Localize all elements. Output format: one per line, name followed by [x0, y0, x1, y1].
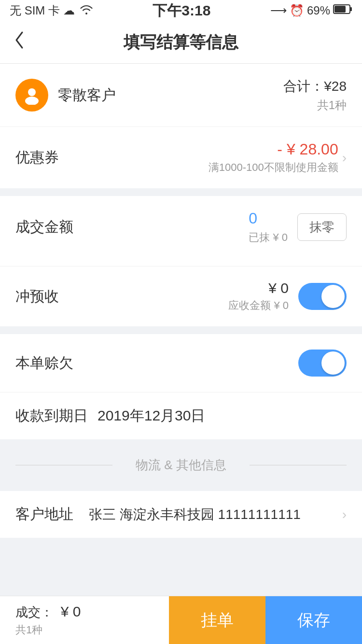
customer-name: 零散客户 — [58, 85, 116, 105]
svg-point-4 — [25, 97, 39, 105]
address-row[interactable]: 客户地址 张三 海淀永丰科技园 11111111111 › — [0, 491, 362, 538]
toggle-knob — [321, 285, 345, 308]
address-section: 客户地址 张三 海淀永丰科技园 11111111111 › — [0, 491, 362, 538]
avatar — [15, 79, 48, 112]
coupon-desc: 满1000-100不限制使用金额 — [209, 160, 338, 175]
customer-right: 合计：¥28 共1种 — [283, 77, 347, 113]
coupon-info: - ¥ 28.00 满1000-100不限制使用金额 — [209, 140, 338, 175]
total-amount: 合计：¥28 — [283, 77, 347, 96]
logistics-divider: 物流 & 其他信息 — [0, 447, 362, 483]
bottom-deal-amount: ¥ 0 — [61, 603, 81, 619]
precollect-row: 冲预收 ¥ 0 应收金额 ¥ 0 — [0, 266, 362, 326]
back-button[interactable] — [14, 30, 25, 54]
svg-rect-2 — [334, 6, 346, 13]
customer-section: 零散客户 合计：¥28 共1种 优惠券 - ¥ 28.00 满1000-100不… — [0, 64, 362, 188]
debt-label: 本单赊欠 — [15, 353, 73, 373]
status-left: 无 SIM 卡 ☁ — [10, 3, 93, 18]
coupon-row[interactable]: 优惠券 - ¥ 28.00 满1000-100不限制使用金额 › — [0, 126, 362, 188]
deal-sub: 已抹 ¥ 0 — [249, 230, 288, 245]
deal-right: 0 已抹 ¥ 0 抹零 — [249, 210, 347, 245]
customer-left: 零散客户 — [15, 79, 116, 112]
save-button[interactable]: 保存 — [265, 596, 362, 644]
deal-amount-row: 成交金额 0 已抹 ¥ 0 抹零 — [15, 196, 347, 258]
divider-right — [250, 465, 347, 465]
due-date-label: 收款到期日 — [15, 406, 88, 426]
coupon-right: - ¥ 28.00 满1000-100不限制使用金额 › — [209, 140, 347, 175]
svg-rect-1 — [350, 7, 352, 11]
deal-value: 0 — [249, 210, 288, 227]
precollect-label: 冲预收 — [15, 287, 59, 307]
nav-bar: 填写结算等信息 — [0, 21, 362, 64]
customer-row: 零散客户 合计：¥28 共1种 — [0, 64, 362, 126]
debt-row: 本单赊欠 — [0, 334, 362, 392]
location-icon: ⟶ — [270, 4, 287, 17]
divider-left — [15, 465, 112, 465]
logistics-header-text: 物流 & 其他信息 — [128, 457, 234, 474]
svg-point-3 — [28, 88, 36, 96]
address-label: 客户地址 — [15, 504, 73, 524]
bottom-deal-row: 成交： ¥ 0 — [15, 603, 153, 621]
bottom-deal-label: 成交： — [15, 605, 53, 619]
battery-icon — [333, 4, 352, 17]
precollect-sub: 应收金额 ¥ 0 — [228, 298, 289, 313]
precollect-toggle[interactable] — [298, 283, 347, 310]
alarm-icon: ⏰ — [290, 4, 304, 17]
deal-section: 成交金额 0 已抹 ¥ 0 抹零 冲预收 ¥ 0 应收金额 ¥ 0 — [0, 196, 362, 326]
precollect-amount: ¥ 0 — [228, 280, 289, 296]
round-button[interactable]: 抹零 — [297, 213, 347, 241]
debt-section: 本单赊欠 收款到期日 2019年12月30日 — [0, 334, 362, 439]
total-count: 共1种 — [283, 98, 347, 113]
bottom-count: 共1种 — [15, 623, 153, 637]
status-bar: 无 SIM 卡 ☁ 下午3:18 ⟶ ⏰ 69% — [0, 0, 362, 21]
coupon-chevron-icon: › — [342, 150, 347, 166]
hang-button[interactable]: 挂单 — [169, 596, 265, 644]
debt-toggle-knob — [321, 351, 345, 375]
due-date-row: 收款到期日 2019年12月30日 — [0, 392, 362, 439]
bottom-bar: 成交： ¥ 0 共1种 挂单 保存 — [0, 596, 362, 644]
due-date-value: 2019年12月30日 — [97, 406, 205, 426]
precollect-right: ¥ 0 应收金额 ¥ 0 — [228, 280, 347, 313]
address-value: 张三 海淀永丰科技园 11111111111 — [89, 505, 342, 524]
wifi-icon — [80, 4, 93, 17]
debt-toggle[interactable] — [298, 350, 347, 377]
status-right: ⟶ ⏰ 69% — [270, 4, 352, 17]
status-time: 下午3:18 — [153, 1, 210, 21]
page-title: 填写结算等信息 — [124, 31, 238, 54]
precollect-info: ¥ 0 应收金额 ¥ 0 — [228, 280, 289, 313]
deal-label: 成交金额 — [15, 217, 73, 237]
no-sim-label: 无 SIM 卡 ☁ — [10, 3, 75, 18]
bottom-info: 成交： ¥ 0 共1种 — [0, 603, 169, 637]
coupon-amount: - ¥ 28.00 — [209, 140, 338, 158]
deal-inner: 成交金额 0 已抹 ¥ 0 抹零 — [0, 196, 362, 258]
deal-value-group: 0 已抹 ¥ 0 — [249, 210, 288, 245]
coupon-label: 优惠券 — [15, 148, 59, 168]
battery-label: 69% — [307, 4, 330, 17]
address-chevron-icon: › — [342, 507, 347, 522]
